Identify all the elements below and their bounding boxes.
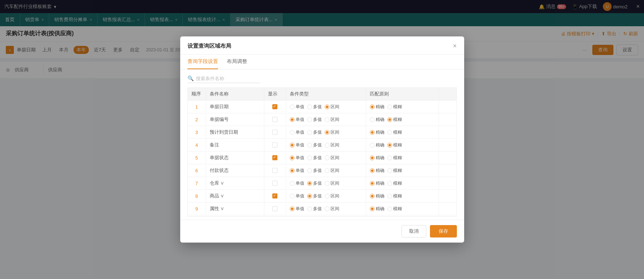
radio-dot-icon [370, 181, 375, 186]
radio-type-多值-2[interactable]: 多值 [307, 117, 322, 123]
radio-type-单值-8[interactable]: 单值 [290, 193, 304, 199]
cell-name-1: 单据日期 [206, 101, 264, 113]
radio-type-区间-3[interactable]: 区间 [325, 129, 339, 135]
radio-type-区间-4[interactable]: 区间 [325, 142, 339, 148]
cell-name-10: 有无商品图片 [206, 215, 264, 217]
radio-match-模糊-1[interactable]: 模糊 [387, 104, 402, 110]
radio-type-多值-9[interactable]: 多值 [307, 206, 322, 212]
radio-dot-icon [325, 130, 329, 135]
radio-type-单值-5[interactable]: 单值 [290, 155, 304, 161]
checkbox-display-1[interactable] [272, 104, 277, 109]
radio-label: 多值 [313, 142, 322, 148]
radio-dot-icon [307, 117, 312, 122]
settings-dialog: 设置查询区域布局 × 查询字段设置 布局调整 🔍 顺序 条件名称 [180, 36, 464, 243]
radio-type-区间-7[interactable]: 区间 [325, 180, 339, 186]
radio-label: 精确 [376, 193, 384, 199]
radio-dot-icon [387, 117, 392, 122]
radio-match-精确-5[interactable]: 精确 [370, 155, 384, 161]
search-input[interactable] [196, 76, 254, 81]
radio-type-单值-4[interactable]: 单值 [290, 142, 304, 148]
tab-query-fields[interactable]: 查询字段设置 [187, 55, 218, 69]
radio-match-精确-8[interactable]: 精确 [370, 193, 384, 199]
tab-layout-adjust[interactable]: 布局调整 [227, 55, 247, 69]
radio-type-区间-2[interactable]: 区间 [325, 117, 339, 123]
radio-match-模糊-4[interactable]: 模糊 [387, 142, 402, 148]
table-row: 6付款状态单值多值区间精确模糊 [188, 164, 457, 177]
radio-label: 区间 [331, 180, 339, 186]
checkbox-display-6[interactable] [272, 168, 277, 173]
radio-type-多值-4[interactable]: 多值 [307, 142, 322, 148]
cell-display-2 [264, 114, 286, 125]
radio-type-多值-6[interactable]: 多值 [307, 168, 322, 174]
radio-match-模糊-9[interactable]: 模糊 [387, 206, 402, 212]
radio-dot-icon [290, 117, 295, 122]
checkbox-display-5[interactable] [272, 155, 277, 160]
radio-label: 多值 [313, 206, 322, 212]
radio-dot-icon [307, 143, 312, 148]
radio-type-多值-3[interactable]: 多值 [307, 129, 322, 135]
checkbox-display-3[interactable] [272, 130, 277, 135]
radio-type-区间-9[interactable]: 区间 [325, 206, 339, 212]
radio-label: 多值 [313, 129, 322, 135]
radio-type-区间-5[interactable]: 区间 [325, 155, 339, 161]
radio-match-模糊-2[interactable]: 模糊 [387, 117, 402, 123]
radio-match-模糊-6[interactable]: 模糊 [387, 168, 402, 174]
radio-match-精确-3[interactable]: 精确 [370, 129, 384, 135]
radio-dot-icon [290, 194, 295, 199]
radio-label: 精确 [376, 180, 384, 186]
radio-label: 精确 [376, 168, 384, 174]
radio-dot-icon [307, 168, 312, 173]
checkbox-display-7[interactable] [272, 181, 277, 186]
radio-type-多值-8[interactable]: 多值 [307, 193, 322, 199]
btn-save[interactable]: 保存 [430, 225, 457, 237]
dialog-table: 顺序 条件名称 显示 条件类型 匹配原则 1单据日期单值多值区间精确模糊2单据编… [180, 87, 464, 217]
radio-match-精确-7[interactable]: 精确 [370, 180, 384, 186]
radio-type-多值-1[interactable]: 多值 [307, 104, 322, 110]
radio-match-模糊-7[interactable]: 模糊 [387, 180, 402, 186]
checkbox-display-9[interactable] [272, 206, 277, 211]
radio-label: 模糊 [393, 129, 402, 135]
radio-type-区间-8[interactable]: 区间 [325, 193, 339, 199]
radio-label: 精确 [376, 129, 384, 135]
radio-type-单值-1[interactable]: 单值 [290, 104, 304, 110]
dialog-search-area: 🔍 [180, 70, 464, 87]
checkbox-display-4[interactable] [272, 142, 277, 148]
dialog-close-btn[interactable]: × [453, 42, 457, 50]
radio-match-精确-1[interactable]: 精确 [370, 104, 384, 110]
checkbox-display-2[interactable] [272, 117, 277, 122]
radio-match-模糊-3[interactable]: 模糊 [387, 129, 402, 135]
radio-label: 模糊 [393, 168, 402, 174]
radio-match-精确-6[interactable]: 精确 [370, 168, 384, 174]
radio-type-单值-6[interactable]: 单值 [290, 168, 304, 174]
table-row: 10有无商品图片单值多值区间精确模糊 [188, 215, 457, 217]
radio-type-区间-6[interactable]: 区间 [325, 168, 339, 174]
radio-type-多值-7[interactable]: 多值 [307, 180, 322, 186]
radio-match-模糊-5[interactable]: 模糊 [387, 155, 402, 161]
dialog-tab-bar: 查询字段设置 布局调整 [180, 55, 464, 70]
radio-type-单值-2[interactable]: 单值 [290, 117, 304, 123]
radio-dot-icon [290, 168, 295, 173]
radio-label: 模糊 [393, 117, 402, 123]
radio-type-单值-3[interactable]: 单值 [290, 129, 304, 135]
radio-dot-icon [370, 207, 375, 211]
cell-order-10: 10 [188, 216, 206, 217]
cell-match-7: 精确模糊 [366, 177, 439, 189]
checkbox-display-8[interactable] [272, 193, 277, 199]
radio-match-精确-2[interactable]: 精确 [370, 117, 384, 123]
radio-label: 模糊 [393, 193, 402, 199]
radio-match-模糊-8[interactable]: 模糊 [387, 193, 402, 199]
radio-type-区间-1[interactable]: 区间 [325, 104, 339, 110]
btn-cancel[interactable]: 取消 [402, 225, 426, 237]
radio-type-单值-9[interactable]: 单值 [290, 206, 304, 212]
radio-dot-icon [370, 105, 375, 109]
radio-label: 精确 [376, 142, 384, 148]
radio-type-多值-5[interactable]: 多值 [307, 155, 322, 161]
cell-order-3: 3 [188, 127, 206, 138]
radio-dot-icon [387, 207, 392, 211]
table-row: 5单据状态单值多值区间精确模糊 [188, 152, 457, 164]
radio-type-单值-7[interactable]: 单值 [290, 180, 304, 186]
cell-match-6: 精确模糊 [366, 165, 439, 177]
radio-match-精确-4[interactable]: 精确 [370, 142, 384, 148]
radio-match-精确-9[interactable]: 精确 [370, 206, 384, 212]
radio-label: 单值 [296, 142, 304, 148]
